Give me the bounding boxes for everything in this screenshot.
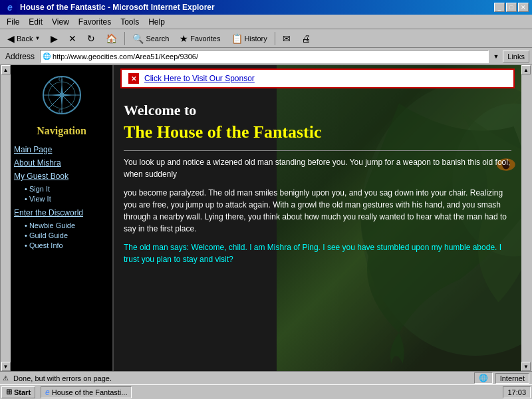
windows-flag-icon: ⊞ — [6, 388, 12, 396]
menu-help[interactable]: Help — [144, 16, 169, 28]
search-icon: 🔍 — [132, 33, 144, 44]
forward-icon: ▶ — [51, 33, 58, 44]
scroll-up-button[interactable]: ▲ — [1, 65, 11, 74]
ie-logo: e — [3, 1, 17, 14]
svg-marker-8 — [52, 94, 63, 96]
menu-favorites[interactable]: Favorites — [74, 16, 115, 28]
menu-bar: File Edit View Favorites Tools Help — [0, 15, 532, 29]
back-icon: ◀ — [7, 33, 15, 44]
start-button[interactable]: ⊞ Start — [1, 386, 35, 398]
history-icon: 📋 — [231, 33, 243, 44]
toolbar: ◀ Back ▼ ▶ ✕ ↻ 🏠 🔍 Search ★ Favorites 📋 … — [0, 29, 532, 48]
taskbar-clock: 17:03 — [507, 388, 526, 396]
svg-marker-9 — [61, 94, 72, 96]
title-bar-buttons: _ □ ✕ — [494, 3, 529, 12]
body-paragraph-1: You look up and notice a wizened old man… — [124, 156, 511, 180]
sidebar-logo: G G — [14, 68, 109, 122]
internet-zone-icon: 🌐 — [474, 372, 493, 384]
favorites-icon: ★ — [180, 33, 188, 44]
refresh-icon: ↻ — [87, 33, 95, 44]
taskbar-clock-area: 17:03 — [503, 386, 531, 398]
browser-area: ▲ ▼ — [0, 65, 532, 371]
guest-book-link[interactable]: My Guest Book — [14, 172, 109, 181]
mail-button[interactable]: ✉ — [278, 31, 295, 47]
print-button[interactable]: 🖨 — [297, 31, 315, 47]
content-inner: Welcome to The House of the Fantastic Yo… — [114, 95, 521, 279]
discworld-link[interactable]: Enter the Discworld — [14, 208, 109, 217]
compass-graphic: G G — [39, 72, 85, 118]
toolbar-sep-2 — [275, 32, 275, 45]
nav-title: Navigation — [14, 125, 109, 137]
links-button[interactable]: Links — [503, 51, 529, 63]
minimize-button[interactable]: _ — [494, 3, 505, 12]
status-icon: ⚠ — [3, 374, 9, 382]
menu-file[interactable]: File — [3, 16, 23, 28]
address-input-wrapper: 🌐 http://www.geocities.com/Area51/Keep/9… — [40, 50, 489, 63]
window-title: House of the Fantastic - Microsoft Inter… — [20, 3, 215, 12]
internet-zone-label: Internet — [495, 373, 529, 384]
newbie-guide-link[interactable]: Newbie Guide — [25, 221, 109, 229]
guild-guide-link[interactable]: Guild Guide — [25, 231, 109, 239]
stop-button[interactable]: ✕ — [64, 31, 81, 47]
svg-text:G: G — [59, 108, 63, 114]
sponsor-link[interactable]: Click Here to Visit Our Sponsor — [144, 74, 255, 83]
home-button[interactable]: 🏠 — [101, 31, 122, 47]
house-title: The House of the Fantastic — [124, 122, 511, 142]
content-wrapper: G G Navigation Main Page About Mishra My… — [11, 65, 532, 371]
favorites-button[interactable]: ★ Favorites — [175, 31, 225, 47]
close-button[interactable]: ✕ — [518, 3, 529, 12]
main-scroll-down-button[interactable]: ▼ — [521, 362, 531, 371]
address-bar: Address 🌐 http://www.geocities.com/Area5… — [0, 48, 532, 65]
main-scroll-track — [521, 74, 531, 362]
stop-icon: ✕ — [68, 33, 76, 44]
sponsor-x-icon: ✕ — [128, 73, 139, 84]
main-content: ✕ Click Here to Visit Our Sponsor Welcom… — [114, 65, 521, 371]
back-button[interactable]: ◀ Back ▼ — [3, 31, 45, 47]
view-it-link[interactable]: View It — [25, 195, 109, 203]
home-icon: 🏠 — [106, 33, 117, 44]
scroll-track — [1, 74, 11, 362]
menu-view[interactable]: View — [48, 16, 73, 28]
history-button[interactable]: 📋 History — [227, 31, 272, 47]
main-scrollbar[interactable]: ▲ ▼ — [521, 65, 532, 371]
forward-button[interactable]: ▶ — [46, 31, 63, 47]
ie-taskbar-item[interactable]: e House of the Fantasti... — [41, 386, 132, 398]
main-scroll-up-button[interactable]: ▲ — [521, 65, 531, 74]
about-mishra-link[interactable]: About Mishra — [14, 158, 109, 168]
search-button[interactable]: 🔍 Search — [128, 31, 174, 47]
sign-it-link[interactable]: Sign It — [25, 185, 109, 193]
scroll-down-button[interactable]: ▼ — [1, 362, 11, 371]
address-label: Address — [3, 52, 37, 61]
mail-icon: ✉ — [283, 33, 291, 44]
sidebar: G G Navigation Main Page About Mishra My… — [11, 65, 114, 371]
sponsor-banner: ✕ Click Here to Visit Our Sponsor — [120, 68, 515, 88]
content-divider-1 — [124, 150, 511, 151]
status-bar: ⚠ Done, but with errors on page. 🌐 Inter… — [0, 371, 532, 384]
body-paragraph-2: you become paralyzed. The old man smiles… — [124, 187, 511, 235]
sidebar-scrollbar[interactable]: ▲ ▼ — [0, 65, 11, 371]
menu-tools[interactable]: Tools — [116, 16, 143, 28]
dialog-text: The old man says: Welcome, child. I am M… — [124, 241, 511, 265]
title-bar: e House of the Fantastic - Microsoft Int… — [0, 0, 532, 15]
ie-taskbar-icon: e — [45, 388, 50, 397]
status-text: Done, but with errors on page. — [13, 374, 471, 382]
maximize-button[interactable]: □ — [506, 3, 517, 12]
ie-taskbar-label: House of the Fantasti... — [52, 388, 128, 396]
start-label: Start — [14, 388, 31, 396]
page-icon: 🌐 — [43, 53, 51, 60]
taskbar: ⊞ Start e House of the Fantasti... 17:03 — [0, 384, 532, 399]
toolbar-sep-1 — [124, 32, 125, 45]
quest-info-link[interactable]: Quest Info — [25, 241, 109, 249]
address-url[interactable]: http://www.geocities.com/Area51/Keep/930… — [53, 53, 198, 61]
print-icon: 🖨 — [301, 33, 311, 44]
address-dropdown[interactable]: ▼ — [491, 52, 500, 61]
welcome-heading: Welcome to — [124, 102, 511, 119]
refresh-button[interactable]: ↻ — [82, 31, 100, 47]
main-page-link[interactable]: Main Page — [14, 145, 109, 154]
menu-edit[interactable]: Edit — [25, 16, 47, 28]
svg-text:G: G — [59, 76, 63, 82]
title-bar-left: e House of the Fantastic - Microsoft Int… — [3, 1, 215, 14]
status-right: 🌐 Internet — [474, 372, 529, 384]
